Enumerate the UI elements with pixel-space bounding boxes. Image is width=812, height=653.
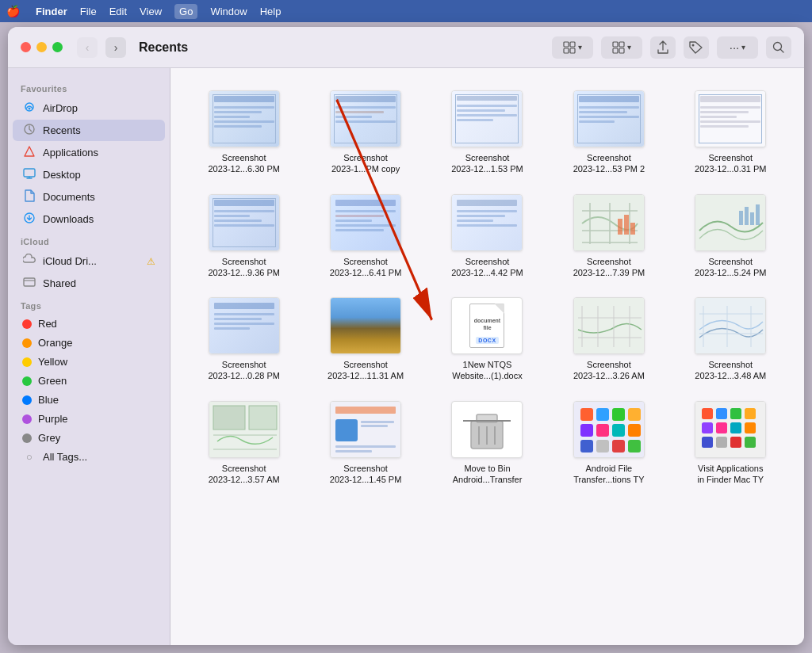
file-thumbnail (209, 297, 280, 354)
file-item[interactable]: Screenshot2023-1...PM copy (308, 84, 423, 181)
applications-label: Applications (43, 147, 98, 158)
forward-button[interactable]: › (105, 37, 126, 58)
blue-tag-dot (22, 395, 32, 405)
file-thumbnail (695, 297, 766, 354)
file-name: Android FileTransfer...tions TY (573, 463, 644, 486)
sidebar-item-airdrop[interactable]: AirDrop (13, 97, 165, 119)
svg-rect-65 (702, 408, 713, 419)
tag-orange-label: Orange (38, 337, 72, 349)
svg-rect-63 (628, 440, 641, 453)
file-item[interactable]: Screenshot2023-12...0.31 PM (673, 84, 788, 181)
menu-view[interactable]: View (140, 6, 162, 17)
all-tags-icon: ○ (22, 451, 36, 463)
search-button[interactable] (766, 36, 791, 59)
back-button[interactable]: ‹ (77, 37, 98, 58)
file-name: Screenshot2023-12...11.31 AM (327, 359, 404, 382)
file-item[interactable]: Screenshot2023-12...6.30 PM (186, 84, 301, 181)
svg-rect-26 (756, 204, 760, 225)
app-name: Finder (36, 6, 67, 17)
file-item[interactable]: Move to BinAndroid...Transfer (430, 395, 545, 492)
content-area: Favourites AirDrop (8, 68, 804, 645)
sidebar-item-tag-green[interactable]: Green (13, 372, 165, 390)
tag-red-label: Red (38, 318, 57, 330)
file-item[interactable]: Screenshot2023-12...4.42 PM (430, 188, 545, 285)
sidebar-item-documents[interactable]: Documents (13, 186, 165, 208)
more-button[interactable]: ··· ▾ (717, 36, 758, 59)
icloud-header: iCloud (8, 231, 170, 250)
file-item[interactable]: Screenshot2023-12...1.53 PM (430, 84, 545, 181)
svg-rect-76 (745, 437, 756, 448)
sidebar-item-applications[interactable]: Applications (13, 142, 165, 163)
svg-rect-68 (745, 408, 756, 419)
apple-menu[interactable]: 🍎 (6, 5, 20, 17)
file-name: Screenshot2023-12...6.30 PM (208, 152, 280, 175)
sidebar-item-all-tags[interactable]: ○ All Tags... (13, 448, 165, 466)
file-thumbnail (695, 401, 766, 458)
sidebar-item-downloads[interactable]: Downloads (13, 208, 165, 230)
file-item[interactable]: Visit Applicationsin Finder Mac TY (673, 395, 788, 492)
svg-rect-53 (596, 408, 609, 421)
file-item[interactable]: Screenshot2023-12...11.31 AM (308, 291, 423, 388)
file-name: Screenshot2023-12...7.39 PM (573, 256, 645, 279)
arrange-chevron-icon: ▾ (627, 43, 631, 52)
file-item[interactable]: Screenshot2023-12...0.28 PM (186, 291, 301, 388)
svg-rect-75 (730, 437, 741, 448)
menu-edit[interactable]: Edit (109, 6, 127, 17)
minimize-button[interactable] (36, 42, 47, 52)
svg-point-8 (692, 44, 695, 46)
file-item[interactable]: Screenshot2023-12...5.24 PM (673, 188, 788, 285)
file-thumbnail: documentfile DOCX (451, 297, 523, 354)
sidebar-item-tag-yellow[interactable]: Yellow (13, 353, 165, 371)
green-tag-dot (22, 376, 32, 386)
menu-file[interactable]: File (80, 6, 97, 17)
svg-rect-60 (580, 440, 593, 453)
svg-rect-73 (702, 437, 713, 448)
file-thumbnail (209, 194, 280, 251)
menu-window[interactable]: Window (210, 6, 247, 17)
file-item[interactable]: Screenshot2023-12...1.45 PM (308, 395, 423, 492)
tag-button[interactable] (684, 36, 709, 59)
sidebar-item-shared[interactable]: Shared (13, 273, 165, 294)
sidebar-item-tag-orange[interactable]: Orange (13, 334, 165, 352)
menu-help[interactable]: Help (260, 6, 282, 17)
tag-purple-label: Purple (38, 413, 68, 425)
svg-rect-3 (570, 48, 575, 53)
file-name: Screenshot2023-12...5.24 PM (695, 256, 767, 279)
file-item[interactable]: Screenshot2023-12...3.48 AM (673, 291, 788, 388)
share-icon (657, 40, 669, 55)
file-item[interactable]: Android FileTransfer...tions TY (551, 395, 666, 492)
share-button[interactable] (650, 36, 676, 59)
tag-grey-label: Grey (38, 432, 60, 444)
menu-go[interactable]: Go (174, 4, 197, 19)
arrange-button[interactable]: ▾ (601, 36, 642, 59)
svg-point-11 (29, 108, 31, 110)
svg-rect-21 (630, 223, 635, 235)
all-tags-label: All Tags... (43, 451, 87, 463)
yellow-tag-dot (22, 357, 32, 367)
sidebar-item-tag-grey[interactable]: Grey (13, 429, 165, 447)
fullscreen-button[interactable] (52, 42, 63, 52)
file-item[interactable]: documentfile DOCX 1New NTQSWebsite...(1)… (430, 291, 545, 388)
file-name: Screenshot2023-12...9.36 PM (208, 256, 280, 279)
red-tag-dot (22, 319, 32, 329)
svg-rect-0 (564, 42, 569, 47)
close-button[interactable] (21, 42, 31, 52)
file-thumbnail (573, 194, 645, 251)
sidebar-item-tag-purple[interactable]: Purple (13, 410, 165, 428)
bin-icon (459, 407, 515, 453)
sidebar-item-tag-red[interactable]: Red (13, 315, 165, 333)
sidebar-item-icloud-drive[interactable]: iCloud Dri... ⚠ (13, 250, 165, 272)
file-item[interactable]: Screenshot2023-12...9.36 PM (186, 188, 301, 285)
file-item[interactable]: Screenshot2023-12...6.41 PM (308, 188, 423, 285)
view-toggle-button[interactable]: ▾ (552, 36, 593, 59)
svg-rect-22 (695, 195, 765, 250)
finder-window: ‹ › Recents ▾ ▾ (8, 27, 804, 645)
file-item[interactable]: Screenshot2023-12...3.57 AM (186, 395, 301, 492)
file-item[interactable]: Screenshot2023-12...3.26 AM (551, 291, 666, 388)
sidebar-item-desktop[interactable]: Desktop (13, 164, 165, 185)
file-item[interactable]: Screenshot2023-12...53 PM 2 (551, 84, 666, 181)
sidebar-item-recents[interactable]: Recents (13, 120, 165, 141)
svg-rect-52 (580, 408, 593, 421)
sidebar-item-tag-blue[interactable]: Blue (13, 391, 165, 409)
file-item[interactable]: Screenshot2023-12...7.39 PM (551, 188, 666, 285)
